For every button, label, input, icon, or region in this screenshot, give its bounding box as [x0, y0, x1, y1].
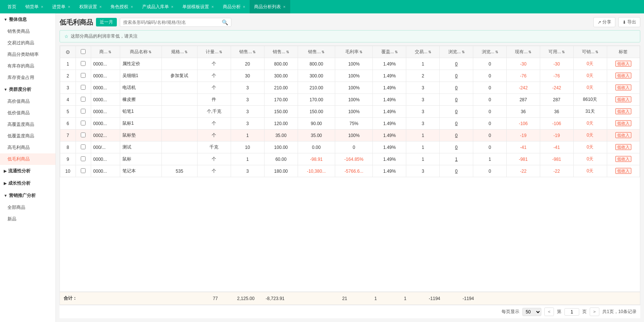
row-check-2[interactable] [81, 85, 86, 90]
page-number-input[interactable] [564, 308, 579, 316]
sidebar-group-marketing[interactable]: ▼ 营销推广分析 [0, 189, 55, 202]
sidebar-item-high-value[interactable]: 高价值商品 [0, 96, 55, 107]
row-checkbox[interactable] [76, 141, 91, 153]
col-code[interactable]: 商...⇅ [91, 46, 120, 58]
row-checkbox[interactable] [76, 153, 91, 165]
row-check-1[interactable] [81, 73, 86, 78]
col-current-stock[interactable]: 现有...⇅ [506, 46, 540, 58]
col-sales-amount[interactable]: 销售...⇅ [264, 46, 298, 58]
sidebar-item-all-goods[interactable]: 全部商品 [0, 202, 55, 213]
row-check-9[interactable] [81, 168, 86, 173]
col-name[interactable]: 商品名称⇅ [120, 46, 161, 58]
row-spec [161, 141, 197, 153]
nav-close-template[interactable]: × [211, 4, 214, 9]
sidebar-item-low-margin[interactable]: 低毛利商品 [0, 153, 55, 165]
table-row: 2 0000... 吴细细1 参加复试 个 30 300.00 300.00 1… [60, 70, 640, 82]
sidebar-item-high-coverage[interactable]: 高覆盖度商品 [0, 119, 55, 130]
select-all-checkbox[interactable] [81, 49, 86, 54]
nav-purchase-order[interactable]: 进货单 × [48, 0, 74, 13]
row-browse1[interactable]: 0 [440, 165, 473, 177]
row-check-0[interactable] [81, 61, 86, 66]
col-settings[interactable]: ⚙ [60, 46, 76, 58]
col-checkbox[interactable] [76, 46, 91, 58]
col-spec[interactable]: 规格...⇅ [161, 46, 197, 58]
row-check-7[interactable] [81, 144, 86, 149]
sidebar-group-overview[interactable]: ▼ 整体信息 [0, 13, 55, 26]
nav-template-settings[interactable]: 单据模板设置 × [178, 0, 218, 13]
row-checkbox[interactable] [76, 70, 91, 82]
col-sales-profit[interactable]: 销售...⇅ [298, 46, 335, 58]
row-browse1[interactable]: 0 [440, 106, 473, 118]
sidebar-item-sales-goods[interactable]: 销售类商品 [0, 26, 55, 37]
time-filter-button[interactable]: 近一月 [96, 18, 117, 26]
nav-product-stock[interactable]: 产成品入库单 × [138, 0, 178, 13]
row-browse1[interactable]: 1 [440, 153, 473, 165]
row-check-5[interactable] [81, 121, 86, 125]
sidebar-group-growth[interactable]: ▶ 成长性分析 [0, 177, 55, 189]
prev-page-button[interactable]: ＜ [544, 307, 554, 316]
row-margin: -5766.6... [335, 165, 373, 177]
row-checkbox[interactable] [76, 94, 91, 106]
row-browse1[interactable]: 0 [440, 94, 473, 106]
row-checkbox[interactable] [76, 58, 91, 70]
search-icon[interactable]: 🔍 [222, 19, 228, 25]
sidebar-item-in-stock[interactable]: 有库存的商品 [0, 60, 55, 72]
row-unit: 千克 [197, 141, 231, 153]
share-button[interactable]: ↗ 分享 [593, 17, 615, 27]
per-page-select[interactable]: 50 100 200 [522, 308, 541, 316]
col-browse2[interactable]: 浏览...⇅ [473, 46, 507, 58]
nav-close-purchase[interactable]: × [68, 4, 70, 9]
search-input[interactable] [123, 20, 220, 25]
nav-goods-analysis[interactable]: 商品分析 × [218, 0, 250, 13]
row-checkbox[interactable] [76, 118, 91, 130]
row-saleable: 0天 [573, 58, 607, 70]
col-browse1[interactable]: 浏览...⇅ [440, 46, 473, 58]
nav-close-list[interactable]: × [283, 4, 285, 9]
nav-close-goods[interactable]: × [243, 4, 245, 9]
sidebar-item-traded-goods[interactable]: 交易过的商品 [0, 37, 55, 49]
row-browse1[interactable]: 0 [440, 70, 473, 82]
col-sales-qty[interactable]: 销售...⇅ [231, 46, 264, 58]
col-saleable[interactable]: 可销...⇅ [573, 46, 607, 58]
row-browse1[interactable]: 0 [440, 141, 473, 153]
sidebar-item-high-margin[interactable]: 高毛利商品 [0, 142, 55, 153]
row-check-3[interactable] [81, 97, 86, 102]
nav-close-role[interactable]: × [131, 4, 133, 9]
nav-home[interactable]: 首页 [3, 0, 21, 13]
col-margin[interactable]: 毛利率⇅ [335, 46, 373, 58]
row-browse1[interactable]: 0 [440, 58, 473, 70]
row-checkbox[interactable] [76, 165, 91, 177]
col-trade[interactable]: 交易...⇅ [406, 46, 440, 58]
nav-goods-analysis-list[interactable]: 商品分析列表 × [250, 0, 290, 13]
nav-close-permission[interactable]: × [99, 4, 102, 9]
sidebar-group-cluster[interactable]: ▼ 类群度分析 [0, 83, 55, 96]
col-tag[interactable]: 标签 [607, 46, 640, 58]
row-checkbox[interactable] [76, 130, 91, 141]
nav-sales-order[interactable]: 销货单 × [21, 0, 48, 13]
tag-badge: 低收入 [615, 120, 631, 126]
row-browse1[interactable]: 0 [440, 130, 473, 141]
row-check-8[interactable] [81, 156, 86, 161]
sidebar-item-stock-capital[interactable]: 库存资金占用 [0, 72, 55, 83]
sidebar-item-low-coverage[interactable]: 低覆盖度商品 [0, 130, 55, 142]
nav-role-auth[interactable]: 角色授权 × [106, 0, 137, 13]
row-browse1[interactable]: 0 [440, 82, 473, 94]
nav-permission[interactable]: 权限设置 × [75, 0, 106, 13]
nav-close-sales[interactable]: × [41, 4, 43, 9]
sidebar-group-liquidity[interactable]: ▶ 流通性分析 [0, 165, 55, 177]
row-checkbox[interactable] [76, 82, 91, 94]
row-sales-profit: -10,380... [298, 165, 335, 177]
row-browse1[interactable]: 0 [440, 118, 473, 130]
export-button[interactable]: ⬇ 导出 [618, 17, 640, 27]
next-page-button[interactable]: ＞ [590, 307, 599, 316]
sidebar-item-new-goods[interactable]: 新品 [0, 213, 55, 225]
col-coverage[interactable]: 覆盖...⇅ [373, 46, 406, 58]
sidebar-item-low-value[interactable]: 低价值商品 [0, 107, 55, 119]
row-check-6[interactable] [81, 133, 86, 137]
row-check-4[interactable] [81, 109, 86, 114]
sidebar-item-category-rate[interactable]: 商品分类助销率 [0, 49, 55, 60]
nav-close-product[interactable]: × [171, 4, 173, 9]
col-available[interactable]: 可用...⇅ [540, 46, 573, 58]
col-unit[interactable]: 计量...⇅ [197, 46, 231, 58]
row-checkbox[interactable] [76, 106, 91, 118]
